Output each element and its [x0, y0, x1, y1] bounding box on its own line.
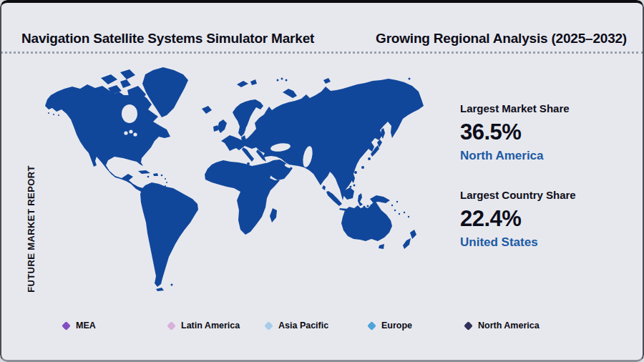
page-title-market: Navigation Satellite Systems Simulator M…: [21, 30, 314, 47]
map-hudson-bay: [122, 104, 137, 123]
map-caribbean: [138, 170, 158, 176]
map-italy: [242, 147, 254, 162]
legend-item-latin-america: Latin America: [168, 321, 240, 331]
stat-value: 22.4%: [460, 206, 576, 232]
legend-label: Asia Pacific: [278, 321, 328, 331]
brand-vertical-text: FUTURE MARKET REPORT: [26, 165, 36, 293]
legend-label: MEA: [76, 321, 96, 331]
legend-label: North America: [478, 321, 540, 331]
map-madagascar: [270, 208, 277, 222]
legend-marker-diamond: [464, 321, 473, 331]
stat-label: Largest Country Share: [460, 189, 576, 201]
map-new-guinea: [370, 195, 390, 203]
legend-label: Latin America: [181, 321, 240, 331]
stat-value: 36.5%: [460, 119, 570, 145]
infographic-card: Navigation Satellite Systems Simulator M…: [0, 0, 644, 362]
stat-region: North America: [460, 149, 570, 163]
legend-marker-diamond: [264, 321, 273, 331]
legend-marker-diamond: [167, 321, 176, 331]
map-australia: [341, 200, 392, 249]
world-map-land: [45, 67, 424, 291]
legend-marker-diamond: [62, 321, 71, 331]
legend-marker-diamond: [367, 321, 376, 331]
stat-region: United States: [460, 235, 576, 250]
map-iceland: [202, 106, 212, 114]
stat-largest-country-share: Largest Country Share 22.4% United State…: [460, 189, 576, 250]
legend-item-europe: Europe: [369, 321, 412, 331]
legend-item-mea: MEA: [63, 321, 96, 331]
stat-largest-market-share: Largest Market Share 36.5% North America: [460, 102, 570, 163]
legend-label: Europe: [381, 321, 412, 331]
map-british-isles: [213, 119, 227, 133]
world-map: [0, 0, 644, 362]
legend-item-asia-pacific: Asia Pacific: [265, 321, 328, 331]
map-south-america: [140, 182, 198, 291]
header-dotted-divider: [0, 52, 644, 54]
stat-label: Largest Market Share: [460, 102, 570, 114]
legend-item-north-america: North America: [465, 321, 540, 331]
page-title-analysis: Growing Regional Analysis (2025–2032): [376, 30, 627, 47]
map-new-zealand: [403, 230, 416, 249]
map-greenland: [142, 67, 188, 117]
